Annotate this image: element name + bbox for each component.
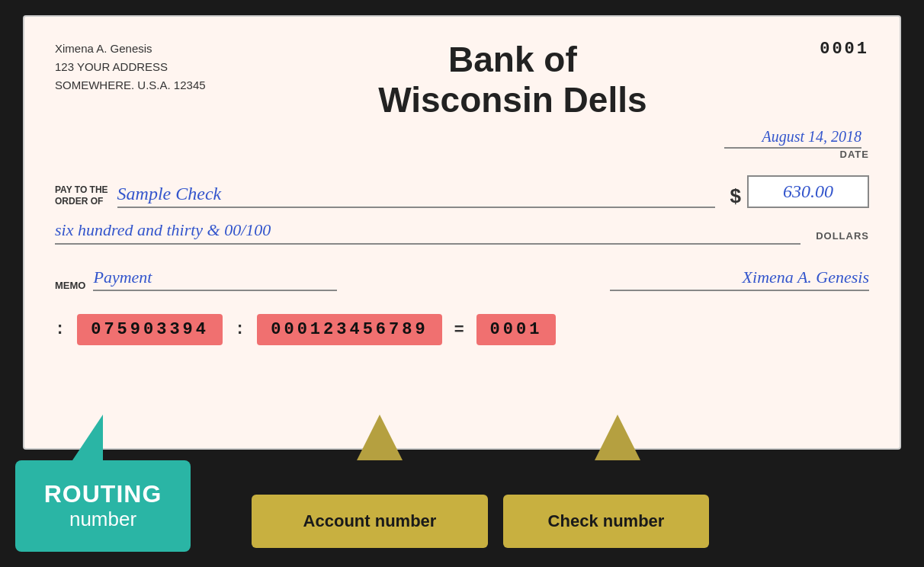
micr-account-number: 000123456789 xyxy=(257,314,441,345)
check-card: Ximena A. Genesis 123 YOUR ADDRESS SOMEW… xyxy=(23,15,901,450)
memo-label: MEMO xyxy=(55,280,85,291)
account-number-label: Account number xyxy=(252,495,488,548)
date-block: August 14, 2018 DATE xyxy=(724,128,869,162)
pay-to-line: Sample Check xyxy=(117,184,715,208)
account-number-text: Account number xyxy=(303,511,437,531)
micr-symbol-left: : xyxy=(55,320,65,339)
signature-line: Ximena A. Genesis xyxy=(610,267,869,291)
amount-words: six hundred and thirty & 00/100 xyxy=(55,220,800,245)
micr-equals-symbol: = xyxy=(454,319,464,339)
dollar-sign: $ xyxy=(730,184,741,208)
micr-routing-number: 075903394 xyxy=(77,314,223,345)
check-number-top: 0001 xyxy=(820,40,869,59)
pay-row: PAY TO THE ORDER OF Sample Check $ 630.0… xyxy=(55,175,869,208)
routing-label-bottom: number xyxy=(69,508,136,531)
micr-check-number: 0001 xyxy=(476,314,557,345)
check-number-text: Check number xyxy=(548,511,665,531)
date-label: DATE xyxy=(840,149,869,160)
pay-to-value: Sample Check xyxy=(117,184,222,203)
date-row: August 14, 2018 DATE xyxy=(55,128,869,162)
micr-symbol-right: : xyxy=(235,320,245,339)
payer-info: Ximena A. Genesis 123 YOUR ADDRESS SOMEW… xyxy=(55,40,206,94)
date-value: August 14, 2018 xyxy=(724,128,861,149)
dollars-label: DOLLARS xyxy=(816,230,869,242)
memo-line: Payment xyxy=(93,267,337,291)
memo-value: Payment xyxy=(93,267,152,287)
signature-value: Ximena A. Genesis xyxy=(743,267,869,287)
amount-box: 630.00 xyxy=(747,175,869,208)
payer-address2: SOMEWHERE. U.S.A. 12345 xyxy=(55,76,206,94)
check-number-label: Check number xyxy=(503,495,709,548)
routing-label-box: ROUTING number xyxy=(15,460,191,552)
check-number-arrow xyxy=(595,415,640,460)
payer-address1: 123 YOUR ADDRESS xyxy=(55,58,206,76)
account-arrow xyxy=(357,415,403,460)
bank-name: Bank of Wisconsin Dells xyxy=(229,40,797,120)
pay-to-label: PAY TO THE ORDER OF xyxy=(55,184,108,208)
payer-name: Ximena A. Genesis xyxy=(55,40,206,58)
micr-row: : 075903394 : 000123456789 = 0001 xyxy=(55,314,869,345)
check-header: Ximena A. Genesis 123 YOUR ADDRESS SOMEW… xyxy=(55,40,869,120)
memo-row: MEMO Payment Ximena A. Genesis xyxy=(55,267,869,291)
routing-arrow xyxy=(72,415,103,460)
routing-label-top: ROUTING xyxy=(44,481,162,508)
words-row: six hundred and thirty & 00/100 DOLLARS xyxy=(55,220,869,245)
